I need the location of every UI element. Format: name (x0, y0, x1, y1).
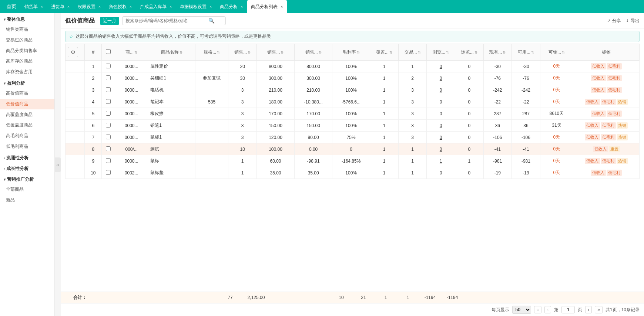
sidebar-item-high-value[interactable]: 高价值商品 (0, 88, 54, 99)
sidebar-group-growth[interactable]: › 成长性分析 (0, 163, 54, 173)
sidebar-item-high-margin[interactable]: 高毛利商品 (0, 130, 54, 141)
sidebar-item-traded-goods[interactable]: 交易过的商品 (0, 35, 54, 45)
page-number-input[interactable] (561, 306, 575, 313)
nav-template[interactable]: 单据模板设置 × (176, 0, 215, 13)
td-browse1[interactable]: 0 (427, 96, 455, 108)
row-checkbox[interactable] (106, 111, 111, 116)
sidebar-item-low-coverage[interactable]: 低覆盖度商品 (0, 120, 54, 130)
nav-template-close[interactable]: × (209, 4, 212, 9)
nav-goods-analysis[interactable]: 商品分析 × (216, 0, 246, 13)
th-trade[interactable]: 交易...⇅ (398, 44, 427, 61)
nav-goods-analysis-close[interactable]: × (241, 4, 243, 9)
nav-permission-close[interactable]: × (98, 4, 101, 9)
td-browse1[interactable]: 0 (427, 108, 455, 120)
sidebar-group-overview[interactable]: ▾ 整体信息 (0, 13, 54, 24)
th-current[interactable]: 现有...⇅ (483, 44, 512, 61)
settings-icon[interactable]: ⚙ (68, 47, 78, 57)
search-input[interactable] (125, 18, 207, 23)
td-browse1[interactable]: 0 (427, 143, 455, 155)
th-browse2[interactable]: 浏览...⇅ (455, 44, 483, 61)
td-browse1[interactable]: 0 (427, 84, 455, 96)
sidebar-item-all-goods[interactable]: 全部商品 (0, 184, 54, 195)
sidebar-item-category-rate[interactable]: 商品分类销售率 (0, 45, 54, 56)
td-saleable: 0天 (540, 155, 573, 167)
nav-purchase[interactable]: 进货单 × (47, 0, 73, 13)
share-button[interactable]: ↗ 分享 (607, 18, 621, 24)
row-checkbox[interactable] (106, 64, 111, 68)
search-icon[interactable]: 🔍 (208, 18, 215, 24)
sidebar-group-marketing[interactable]: ▾ 营销推广分析 (0, 173, 54, 184)
nav-permission[interactable]: 权限设置 × (74, 0, 104, 13)
sidebar-item-high-coverage[interactable]: 高覆盖度商品 (0, 109, 54, 120)
td-checkbox[interactable] (102, 167, 115, 179)
nav-home[interactable]: 首页 (3, 0, 20, 13)
td-checkbox[interactable] (102, 84, 115, 96)
period-button[interactable]: 近一月 (100, 17, 119, 25)
td-browse1[interactable]: 0 (427, 61, 455, 72)
nav-product-in[interactable]: 产成品入库单 × (136, 0, 175, 13)
th-usable[interactable]: 可用...⇅ (512, 44, 540, 61)
nav-goods-list[interactable]: 商品分析列表 × (247, 0, 286, 13)
row-checkbox[interactable] (106, 87, 111, 92)
td-checkbox[interactable] (102, 108, 115, 120)
select-all-checkbox[interactable] (106, 49, 111, 54)
td-checkbox[interactable] (102, 143, 115, 155)
th-spec[interactable]: 规格...⇅ (195, 44, 228, 61)
th-browse1[interactable]: 浏览...⇅ (427, 44, 455, 61)
nav-goods-list-close[interactable]: × (281, 4, 283, 9)
next-page-btn[interactable]: › (585, 306, 592, 313)
sidebar-group-liquidity[interactable]: › 流通性分析 (0, 152, 54, 163)
per-page-select[interactable]: 50 100 200 (512, 306, 531, 314)
td-checkbox[interactable] (102, 61, 115, 72)
nav-product-in-close[interactable]: × (170, 4, 172, 9)
sidebar-item-stock-fund[interactable]: 库存资金占用 (0, 67, 54, 77)
row-checkbox[interactable] (106, 146, 111, 151)
td-checkbox[interactable] (102, 155, 115, 167)
sidebar-group-profit[interactable]: ▾ 盈利分析 (0, 77, 54, 88)
th-margin[interactable]: 毛利率⇅ (332, 44, 370, 61)
td-browse1[interactable]: 0 (427, 132, 455, 143)
row-checkbox[interactable] (106, 99, 111, 104)
table-container[interactable]: ⚙ # 商...⇅ 商品名称⇅ 规格...⇅ 销售...⇅ 销售...⇅ 销售. (61, 44, 644, 292)
row-checkbox[interactable] (106, 170, 111, 175)
th-sale2[interactable]: 销售...⇅ (256, 44, 294, 61)
td-checkbox[interactable] (102, 120, 115, 132)
export-button[interactable]: ⤓ 导出 (625, 18, 640, 24)
last-page-btn[interactable]: » (595, 306, 603, 313)
td-usable: -106 (512, 132, 540, 143)
td-checkbox[interactable] (102, 72, 115, 84)
sidebar-item-low-value[interactable]: 低价值商品 (0, 99, 54, 109)
sidebar-item-new-goods[interactable]: 新品 (0, 195, 54, 205)
td-checkbox[interactable] (102, 96, 115, 108)
td-browse1[interactable]: 1 (427, 155, 455, 167)
th-sale3[interactable]: 销售...⇅ (295, 44, 332, 61)
td-checkbox[interactable] (102, 132, 115, 143)
sidebar-item-low-margin[interactable]: 低毛利商品 (0, 141, 54, 152)
th-code[interactable]: 商...⇅ (115, 44, 148, 61)
nav-sales[interactable]: 销货单 × (21, 0, 47, 13)
row-checkbox[interactable] (106, 135, 111, 139)
first-page-btn[interactable]: « (534, 306, 542, 313)
th-name[interactable]: 商品名称⇅ (148, 44, 195, 61)
sidebar-collapse-btn[interactable]: ‹‹ (55, 157, 61, 172)
th-saleable[interactable]: 可销...⇅ (540, 44, 573, 61)
nav-role[interactable]: 角色授权 × (105, 0, 135, 13)
th-checkbox[interactable] (102, 44, 115, 61)
row-checkbox[interactable] (106, 158, 111, 163)
td-browse1[interactable]: 0 (427, 167, 455, 179)
sidebar-item-sales-goods[interactable]: 销售类商品 (0, 24, 54, 35)
row-checkbox[interactable] (106, 75, 111, 80)
th-coverage[interactable]: 覆盖...⇅ (370, 44, 399, 61)
th-settings[interactable]: ⚙ (66, 44, 85, 61)
row-checkbox[interactable] (106, 123, 111, 128)
nav-role-close[interactable]: × (130, 4, 132, 9)
td-s1: 1 (228, 167, 257, 179)
sidebar-item-high-stock[interactable]: 高库存的商品 (0, 56, 54, 67)
tag: 热销 (617, 134, 628, 140)
th-sale1[interactable]: 销售...⇅ (228, 44, 257, 61)
nav-purchase-close[interactable]: × (67, 4, 70, 9)
td-browse1[interactable]: 0 (427, 72, 455, 84)
td-browse1[interactable]: 0 (427, 120, 455, 132)
prev-page-btn[interactable]: ‹ (544, 306, 551, 313)
nav-sales-close[interactable]: × (41, 4, 43, 9)
